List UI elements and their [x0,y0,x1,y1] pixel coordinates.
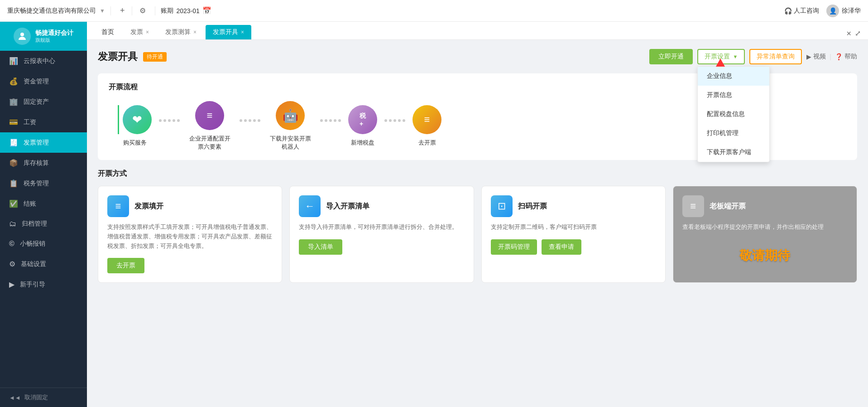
sidebar-label-shuiwu: 税务管理 [24,179,49,188]
help-divider: | [830,53,831,60]
sidebar-bottom-label: 取消固定 [24,393,48,402]
tab-kaiju-close[interactable]: × [241,29,244,35]
tian-card-icon: ≡ [107,195,129,217]
sidebar-label-guidang: 归档管理 [22,220,47,228]
xinshou-icon: ▶ [9,280,14,289]
gudingzichan-icon: 🏢 [9,97,18,106]
status-badge: 待开通 [143,52,167,62]
billing-card-laoban: ≡ 老板端开票 查看老板端小程序提交的开票申请，并作出相应的处理 敬请期待 [673,186,857,283]
tian-goto-btn[interactable]: 去开票 [107,258,144,273]
sidebar-item-xiaochang[interactable]: © 小畅报销 [0,234,87,254]
immediate-open-btn[interactable]: 立即开通 [649,49,693,64]
logo-sub: 旗舰版 [35,37,73,44]
period-label: 账期 [161,7,173,15]
flow-step-5-label: 去开票 [418,139,436,147]
sidebar-label-jiezhang: 结账 [24,200,36,208]
dropdown-item-peizhi[interactable]: 配置税盘信息 [698,105,769,124]
sidebar-item-zijin[interactable]: 💰 资金管理 [0,71,87,92]
sidebar-item-guidang[interactable]: 🗂 归档管理 [0,214,87,234]
add-company-btn[interactable]: + [116,6,129,15]
sidebar-item-gongzi[interactable]: 💳 工资 [0,112,87,132]
user-name: 徐泽华 [842,7,861,15]
video-play-icon[interactable]: ▶ [806,53,811,60]
laoban-card-desc: 查看老板端小程序提交的开票申请，并作出相应的处理 [682,223,848,232]
support-btn[interactable]: 🎧 人工咨询 [784,7,819,15]
tab-fapiao-close[interactable]: × [146,29,149,35]
help-btns: ▶ 视频 | ❓ 帮助 [806,53,857,61]
flow-step-4-circle: 税+ [348,105,377,134]
sidebar-label-yunbao: 云报表中心 [24,57,55,65]
logo-icon [14,28,31,45]
daoru-card-title: 导入开票清单 [326,202,369,211]
gongzi-icon: 💳 [9,118,18,126]
billing-card-saoma: ⊡ 扫码开票 支持定制开票二维码，客户端可扫码开票 开票码管理 查看申请 [481,186,666,283]
flow-step-1-circle: ❤ [123,105,152,134]
sidebar-item-fapiao[interactable]: 🧾 发票管理 [0,132,87,153]
sidebar-item-jiezhang[interactable]: ✅ 结账 [0,194,87,214]
sidebar-label-jichushezhi: 基础设置 [21,260,46,268]
xiaochang-icon: © [9,240,14,248]
dropdown-item-kaipiao[interactable]: 开票信息 [698,86,769,105]
daoru-card-icon: ← [299,195,321,217]
fapiao-icon: 🧾 [9,138,18,147]
sidebar-item-yunbao[interactable]: 📊 云报表中心 [0,51,87,71]
zijin-icon: 💰 [9,77,18,86]
tab-fapiao-label: 发票 [130,28,143,36]
sidebar-label-gongzi: 工资 [24,118,36,126]
flow-step-3-label: 下载并安装开票机器人 [268,135,313,151]
tab-home[interactable]: 首页 [94,25,121,39]
settings-chevron-icon: ▼ [733,54,738,59]
svg-point-0 [20,33,24,36]
tab-kaiju-label: 发票开具 [213,28,238,36]
avatar: 👤 [826,5,839,17]
sidebar-label-xinshou: 新手引导 [20,281,45,289]
company-selector[interactable]: 重庆畅捷交通信息咨询有限公司 ▼ [7,7,105,15]
dropdown-item-dayinji[interactable]: 打印机管理 [698,124,769,143]
sidebar-bottom-action[interactable]: ◄◄ 取消固定 [0,388,87,407]
tab-close-btn[interactable]: × [846,29,851,38]
flow-step-3-circle: 🤖 [276,101,305,130]
calendar-icon[interactable]: 📅 [202,6,211,15]
company-name: 重庆畅捷交通信息咨询有限公司 [7,7,96,15]
jiezhang-icon: ✅ [9,199,18,208]
saoma-view-apply-btn[interactable]: 查看申请 [542,239,581,255]
flow-step-2-label: 企业开通配置开票六要素 [187,135,232,151]
flow-step-1-label: 购买服务 [123,139,147,147]
sidebar-item-jichushezhi[interactable]: ⚙ 基础设置 [0,254,87,274]
period-value: 2023-01 [176,7,199,15]
saoma-code-mgmt-btn[interactable]: 开票码管理 [491,239,537,255]
help-circle-icon: ❓ [835,53,843,60]
sidebar-item-gudingzichan[interactable]: 🏢 固定资产 [0,92,87,112]
sidebar-item-kucun[interactable]: 📦 库存核算 [0,153,87,173]
saoma-card-desc: 支持定制开票二维码，客户端可扫码开票 [491,223,656,232]
user-info[interactable]: 👤 徐泽华 [826,5,861,17]
tian-card-title: 发票填开 [134,202,163,211]
sidebar-logo: 畅捷通好会计 旗舰版 [0,22,87,51]
abnormal-query-btn[interactable]: 异常清单查询 [749,49,802,64]
flow-step-5-circle: ≡ [412,105,441,134]
sidebar-item-xinshouyindao[interactable]: ▶ 新手引导 [0,274,87,295]
sidebar-item-shuiwu[interactable]: 📋 税务管理 [0,173,87,194]
tab-fapiao-cesuan[interactable]: 发票测算 × [158,25,204,39]
dropdown-item-qiye[interactable]: 企业信息 [698,67,769,86]
video-label[interactable]: 视频 [813,53,826,61]
sidebar-label-kucun: 库存核算 [24,159,49,167]
dropdown-item-xiazai[interactable]: 下载开票客户端 [698,143,769,162]
tab-cesuan-close[interactable]: × [193,29,197,35]
headset-icon: 🎧 [784,7,792,15]
flow-step-4-label: 新增税盘 [351,139,374,147]
shuiwu-icon: 📋 [9,179,18,188]
daoru-import-btn[interactable]: 导入清单 [299,239,342,255]
billing-card-tian: ≡ 发票填开 支持按照发票样式手工填开发票；可开具增值税电子普通发票、增值税普通… [98,186,282,283]
tab-expand-btn[interactable]: ⤢ [855,30,861,37]
help-label[interactable]: 帮助 [844,53,857,61]
tab-home-label: 首页 [101,28,114,35]
laoban-card-title: 老板端开票 [710,202,746,211]
tab-fapiao-kaiju[interactable]: 发票开具 × [206,25,251,39]
saoma-card-title: 扫码开票 [518,202,547,211]
yunbao-icon: 📊 [9,57,18,65]
settings-btn[interactable]: ⚙ [136,6,149,15]
tab-cesuan-label: 发票测算 [165,28,191,36]
jichushezhi-icon: ⚙ [9,260,15,268]
tab-fapiao[interactable]: 发票 × [123,25,156,39]
